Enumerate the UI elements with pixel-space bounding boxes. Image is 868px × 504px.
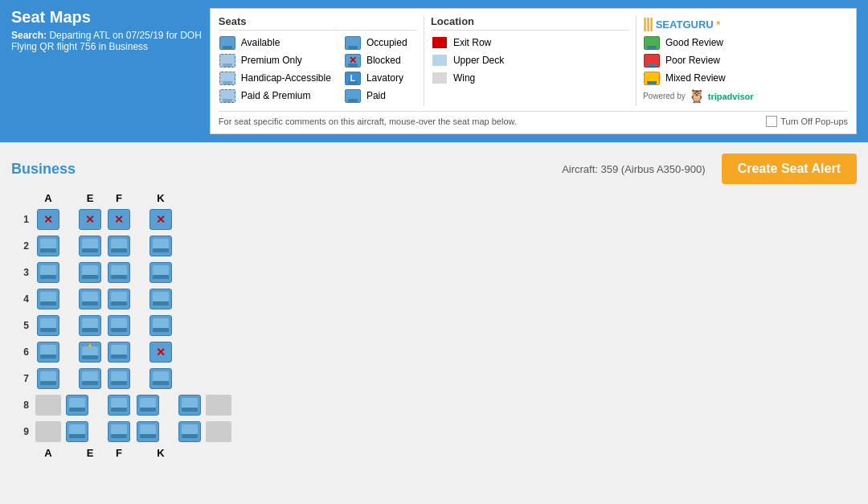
seat-row: 8 — [11, 393, 857, 417]
seat-rows: 1✕✕✕✕23456✕789 — [11, 207, 857, 444]
seat-cell — [76, 287, 104, 311]
seat-cell — [104, 420, 133, 444]
handicap-icon — [219, 71, 236, 85]
col-headers-top: A E F K — [34, 192, 857, 204]
seat-cell — [76, 313, 104, 338]
legend-occupied: Occupied — [344, 35, 407, 50]
legend-upper-deck: Upper Deck — [431, 53, 629, 68]
seat-cell: ✕ — [34, 207, 63, 232]
svg-rect-48 — [69, 408, 85, 412]
exit-row-icon — [431, 35, 448, 50]
svg-rect-39 — [40, 371, 56, 383]
seat-cell — [175, 393, 204, 417]
col-footer-K: K — [146, 447, 175, 459]
popup-label: Turn Off Pop-ups — [780, 117, 848, 126]
svg-rect-42 — [82, 381, 98, 385]
seat-cell — [104, 234, 133, 258]
legend-exit-row: Exit Row — [431, 35, 629, 50]
svg-rect-38 — [111, 354, 127, 359]
seat-cell — [146, 260, 175, 285]
legend-blocked: ✕ Blocked — [344, 53, 407, 68]
legend-seats: Seats Available Premium Only — [219, 15, 424, 106]
seat-row: 4 — [11, 287, 857, 311]
svg-rect-23 — [153, 301, 169, 305]
svg-rect-16 — [40, 292, 56, 303]
tripadvisor-label: tripadvisor — [708, 92, 754, 101]
col-headers-bottom: A E F K — [34, 447, 857, 459]
wing-label: Wing — [453, 72, 475, 84]
svg-rect-37 — [111, 345, 127, 356]
premium-icon — [219, 53, 236, 68]
seat-cell — [76, 260, 104, 285]
svg-rect-15 — [153, 275, 169, 279]
svg-rect-19 — [82, 301, 98, 305]
row-number: 9 — [11, 426, 34, 437]
svg-rect-5 — [111, 248, 127, 252]
paid-premium-label: Paid & Premium — [241, 90, 311, 101]
popup-toggle[interactable]: Turn Off Pop-ups — [766, 116, 848, 127]
popup-checkbox[interactable] — [766, 116, 777, 127]
legend-handicap: Handicap-Accessible — [219, 71, 331, 85]
legend-box: Seats Available Premium Only — [210, 8, 857, 134]
lavatory-label: Lavatory — [366, 72, 403, 84]
row-number: 8 — [11, 400, 34, 411]
svg-rect-17 — [40, 301, 56, 305]
svg-rect-49 — [111, 398, 127, 409]
seatguru-logo: ||| SEATGURU * — [643, 15, 841, 32]
legend-good-review: Good Review — [643, 35, 841, 50]
legend-wing: Wing — [431, 71, 629, 85]
exit-row-label: Exit Row — [453, 37, 491, 48]
svg-rect-61 — [182, 424, 198, 436]
svg-rect-54 — [182, 408, 198, 412]
col-footer-E: E — [76, 447, 104, 459]
occupied-icon — [344, 35, 362, 50]
svg-rect-56 — [69, 434, 85, 438]
grey-block-left — [34, 393, 63, 417]
svg-rect-20 — [111, 292, 127, 303]
seat-cell — [146, 313, 175, 338]
premium-label: Premium Only — [241, 55, 302, 66]
seat-cell — [63, 393, 92, 417]
create-alert-button[interactable]: Create Seat Alert — [722, 154, 857, 184]
seat-row: 7 — [11, 367, 857, 391]
occupied-label: Occupied — [366, 37, 407, 48]
col-header-K: K — [146, 192, 175, 204]
svg-rect-55 — [69, 424, 85, 436]
grey-block-left — [34, 420, 63, 444]
mixed-review-icon — [643, 71, 661, 85]
svg-rect-12 — [111, 265, 127, 277]
seat-cell: ✕ — [146, 340, 175, 364]
seat-cell — [104, 313, 133, 338]
seat-cell — [104, 340, 133, 364]
svg-rect-57 — [111, 424, 127, 436]
mixed-review-label: Mixed Review — [665, 72, 726, 84]
legend-paid: Paid — [344, 88, 407, 103]
svg-rect-27 — [82, 328, 98, 332]
svg-rect-8 — [40, 265, 56, 277]
seat-cell — [104, 393, 133, 417]
svg-rect-22 — [153, 292, 169, 303]
legend-location: Location Exit Row Upper Deck Wing — [424, 15, 637, 106]
good-review-icon — [643, 35, 661, 50]
svg-rect-40 — [40, 381, 56, 385]
seat-map: A E F K 1✕✕✕✕23456✕789 A E F K — [11, 192, 857, 459]
search-detail-2: Flying QR flight 756 in Business — [11, 41, 148, 52]
good-review-label: Good Review — [665, 37, 723, 48]
row-number: 3 — [11, 267, 34, 278]
section-title: Business — [11, 161, 76, 178]
paid-icon — [344, 88, 362, 103]
search-label: Search: — [11, 30, 47, 41]
col-footer-A: A — [34, 447, 63, 459]
blocked-icon: ✕ — [344, 53, 362, 68]
poor-review-label: Poor Review — [665, 55, 720, 66]
svg-rect-58 — [111, 434, 127, 438]
main-content: Business Aircraft: 359 (Airbus A350-900)… — [0, 142, 868, 470]
svg-rect-7 — [153, 248, 169, 252]
seat-cell — [104, 367, 133, 391]
svg-rect-44 — [111, 381, 127, 385]
powered-by-label: Powered by — [643, 92, 686, 100]
svg-rect-59 — [140, 424, 156, 436]
blocked-label: Blocked — [366, 55, 401, 66]
seat-cell — [63, 420, 92, 444]
legend-paid-premium: Paid & Premium — [219, 88, 331, 103]
